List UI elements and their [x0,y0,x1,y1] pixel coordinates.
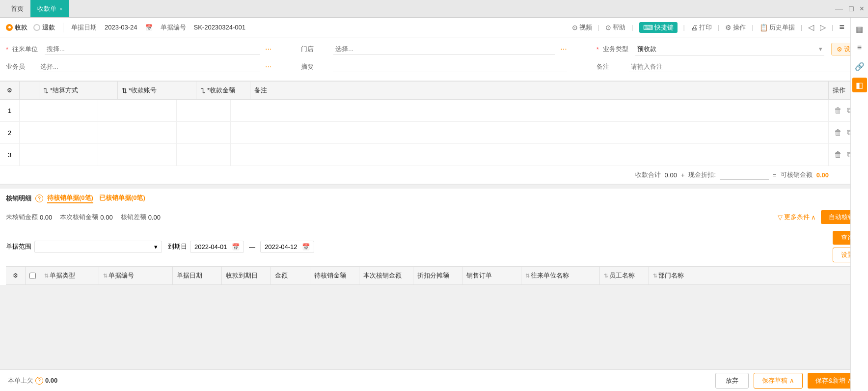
range-select[interactable]: ▾ [34,241,162,253]
row1-remark[interactable] [231,100,829,121]
tab-done[interactable]: 已核销单据(0笔) [99,194,145,203]
table-row: 2 🗑 ⧉ [0,122,868,144]
date-label: 单据日期 [71,23,97,32]
lth-discount-label: 折扣分摊额 [417,271,449,280]
lth-checkbox[interactable] [26,267,40,284]
table-header: ⚙ ⇅ *结算方式 ⇅ *收款账号 ⇅ *收款金额 备注 操作 [0,81,868,100]
sidebar-icon-table[interactable]: ▦ [852,22,867,36]
staff-label: 业务员 [6,62,35,71]
date-end-input[interactable]: 2022-04-12 📅 [260,241,314,253]
row1-delete-icon[interactable]: 🗑 [834,106,842,115]
lth-partner-name: ⇅ 往来单位名称 [521,267,600,284]
row2-jiesuan[interactable] [20,122,98,143]
top-toolbar: 收款 退款 单据日期 2023-03-24 📅 单据编号 SK-20230324… [0,18,868,37]
tab-current[interactable]: 收款单 × [30,0,69,17]
biz-type-select[interactable]: 预收款 ▾ [635,43,824,56]
sidebar-icon-list[interactable]: ≡ [852,40,867,55]
bottom-bar: 本单上欠 ? 0.00 放弃 保存草稿 ∧ 保存&新增 ∧ [0,369,868,391]
unreconciled-label: 未核销金额 [6,213,38,222]
row3-num: 3 [0,144,20,166]
discount-input[interactable] [720,170,769,180]
range-field: 单据范围 ▾ [6,241,162,253]
print-btn[interactable]: 🖨 打印 [691,23,712,32]
save-new-label: 保存&新增 [815,376,845,385]
radio-receipt[interactable]: 收款 [6,23,27,32]
video-btn[interactable]: ⊙ 视频 [572,23,592,32]
lth-amount-label: 金额 [275,271,288,280]
current-item: 本次核销金额 0.00 [60,213,112,222]
select-all-checkbox[interactable] [29,273,36,279]
row2-delete-icon[interactable]: 🗑 [834,128,842,137]
help-btn[interactable]: ⊙ 帮助 [605,23,625,32]
row3-jiesuan[interactable] [20,144,98,166]
lth-due-date-label: 收款到期日 [226,271,258,280]
radio-refund[interactable]: 退款 [33,23,55,32]
tab-pending[interactable]: 待核销单据(0笔) [47,194,93,203]
row1-jiesuan[interactable] [20,100,98,121]
maximize-button[interactable]: □ [849,4,854,13]
staff-input[interactable] [38,61,260,72]
tab-close-icon[interactable]: × [59,6,62,12]
radio-receipt-label: 收款 [15,23,27,32]
row1-account[interactable] [98,100,177,121]
date-start-input[interactable]: 2022-04-01 📅 [190,241,244,253]
list-view-icon[interactable]: ≡ [839,22,844,32]
sidebar-icon-link[interactable]: 🔗 [852,59,867,74]
remark-input[interactable] [629,61,862,72]
th-settings[interactable]: ⚙ [0,82,20,99]
th-op-label: 操作 [833,86,845,95]
lth-gear[interactable]: ⚙ [6,267,26,284]
sort-icon-amount: ⇅ [200,87,206,94]
row3-remark[interactable] [231,144,829,166]
diff-value: 0.00 [148,214,161,221]
diff-label: 核销差额 [121,213,146,222]
store-field: 门店 ··· [301,44,567,55]
row2-remark[interactable] [231,122,829,143]
more-filter-label: 更多条件 [784,213,810,222]
operation-btn[interactable]: ⚙ 操作 [725,23,746,32]
biz-type-label: 业务类型 [603,45,632,54]
operation-label: 操作 [733,23,746,32]
partner-more-btn[interactable]: ··· [265,45,271,54]
subtotal-label: 收款合计 [635,170,661,179]
print-icon: 🖨 [691,24,698,31]
bottom-info-icon[interactable]: ? [35,377,43,385]
save-draft-btn[interactable]: 保存草稿 ∧ [754,373,803,389]
store-input[interactable] [333,44,555,55]
lth-due-date: 收款到期日 [222,267,271,284]
partner-input[interactable] [45,44,260,55]
remark-label: 备注 [597,62,626,71]
summary-input[interactable] [333,61,567,72]
calendar-start-icon[interactable]: 📅 [232,243,240,251]
row1-amount[interactable] [177,100,231,121]
minimize-button[interactable]: — [835,4,843,13]
row3-amount[interactable] [177,144,231,166]
sidebar-icon-form[interactable]: ◧ [852,78,867,92]
more-filter-btn[interactable]: ▽ 更多条件 ∧ [778,213,816,222]
radio-receipt-dot [6,24,13,31]
store-more-btn[interactable]: ··· [560,45,567,54]
abandon-btn[interactable]: 放弃 [715,373,749,389]
biz-type-field: * 业务类型 预收款 ▾ ⚙ 设置 [597,43,862,56]
row2-account[interactable] [98,122,177,143]
shortcut-btn[interactable]: ⌨ 快捷键 [639,22,678,33]
nav-next-icon[interactable]: ▷ [820,23,826,32]
nav-prev-icon[interactable]: ◁ [808,23,814,32]
row2-amount[interactable] [177,122,231,143]
staff-more-btn[interactable]: ··· [265,62,271,71]
calendar-icon[interactable]: 📅 [145,24,153,31]
sort-icon5: ⇅ [653,273,657,279]
tab-home[interactable]: 首页 [4,0,30,17]
th-num [20,82,39,99]
row3-account[interactable] [98,144,177,166]
bottom-info-label: 本单上欠 [8,376,33,385]
receipt-refund-toggle: 收款 退款 [6,23,55,32]
calendar-end-icon[interactable]: 📅 [302,243,310,251]
close-button[interactable]: × [860,4,864,13]
reconcile-info-icon[interactable]: ? [35,195,43,202]
history-btn[interactable]: 📋 历史单据 [760,23,795,32]
staff-field: 业务员 ··· [6,61,271,72]
row3-delete-icon[interactable]: 🗑 [834,150,842,159]
lth-bill-number: ⇅ 单据编号 [99,267,173,284]
form-row-1: * 往来单位 ··· 门店 ··· * 业务类型 预收款 ▾ ⚙ 设置 [6,41,862,57]
